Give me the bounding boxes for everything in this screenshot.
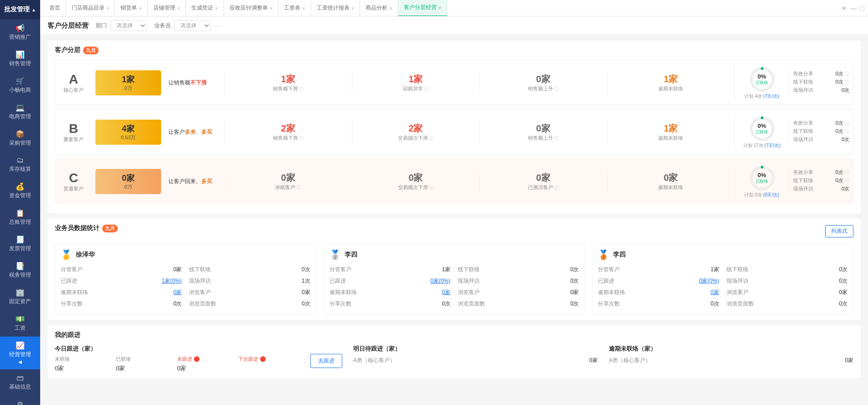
basic-icon: 🗃 (2, 374, 38, 382)
sidebar-item-tax[interactable]: 📑 税务管理 (0, 257, 40, 284)
biz-3-followed-val[interactable]: 0家(0%) (699, 277, 719, 285)
tab-more[interactable]: □ (861, 5, 864, 12)
tab-home[interactable]: 首页 (44, 0, 66, 16)
tier-b-stat-2[interactable]: 2家 交易频次下滑 ⓘ (352, 121, 480, 143)
info-icon-1[interactable]: ⓘ (299, 86, 303, 92)
salesperson-select[interactable]: 请选择 (174, 20, 211, 31)
sidebar-item-ledger[interactable]: 📋 总账管理 (0, 204, 40, 231)
tab-payroll-close[interactable]: × (302, 5, 305, 11)
tab-voucher[interactable]: 生成凭证 × (186, 0, 224, 16)
tab-ar-ap[interactable]: 应收应付调整单 × (224, 0, 278, 16)
tab-store-mgmt[interactable]: 店铺管理 × (148, 0, 186, 16)
tier-b-stat-1[interactable]: 2家 销售额下滑 ⓘ (224, 121, 352, 143)
sidebar-item-operations[interactable]: 📈 经营管理 ◀ (0, 337, 40, 369)
dept-select[interactable]: 请选择 (110, 20, 147, 31)
tier-a-right-1-label: 有效分享 (793, 70, 813, 77)
tab-sales-order[interactable]: 销货单 × (115, 0, 147, 16)
biz-3-overdue-val[interactable]: 0家 (711, 289, 719, 296)
info-icon-b1[interactable]: ⓘ (299, 135, 303, 142)
tier-a-plan-link[interactable]: (7天/次) (763, 94, 779, 99)
tier-a-stats: 1家 销售额下滑 ⓘ 1家 回购异常 ⓘ 0家 销售额上升 ⓘ 1家 逾期未联络 (224, 71, 734, 94)
biz-1-followed-val[interactable]: 1家(0%) (162, 277, 182, 285)
goto-followup-btn[interactable]: 去跟进 (310, 354, 342, 368)
tab-ar-ap-close[interactable]: × (270, 5, 272, 11)
tier-b-right-1-label: 有效分享 (793, 120, 813, 126)
sidebar-label-finance: 资金管理 (2, 192, 38, 200)
biz-2-followed-label: 已跟进 (329, 277, 346, 285)
tab-minimize[interactable]: — (851, 5, 857, 12)
sidebar-item-system[interactable]: ⚙ 系统管理 (0, 395, 40, 405)
biz-2-overdue-val[interactable]: 0家 (442, 289, 450, 296)
tier-a-bar[interactable]: 1家 0万 (95, 70, 161, 95)
tab-sales-order-close[interactable]: × (139, 5, 141, 11)
sidebar-item-purchase[interactable]: 📦 采购管理 (0, 125, 40, 152)
info-icon-c2[interactable]: ⓘ (429, 184, 434, 191)
biz-2-stat-followed: 已跟进 0家(0%) (329, 276, 450, 286)
tab-store-products-close[interactable]: × (106, 5, 109, 11)
tier-c-bar[interactable]: 0家 0万 (95, 169, 161, 194)
tier-a-contact[interactable]: 1家 逾期未联络 (607, 71, 735, 94)
tier-b-right-stats: 有效分享 0次 ⓘ 线下联络 0次 ⓘ 现场拜访 0次 (789, 118, 853, 146)
tab-customer-tier-close[interactable]: × (439, 5, 441, 11)
biz-2-followed-val[interactable]: 0家(0%) (430, 277, 450, 285)
info-icon-c1[interactable]: ⓘ (296, 184, 301, 191)
tier-b-right-1-val: 0次 ⓘ (836, 120, 849, 126)
sidebar-item-salary[interactable]: 💵 工资 (0, 310, 40, 337)
sidebar-item-ecommerce[interactable]: 🛒 小畅电商 (0, 72, 40, 99)
biz-3-share-label: 分享次数 (598, 300, 620, 308)
tier-b-highlight-1: 多来 (185, 129, 196, 135)
tier-a-stat-2[interactable]: 1家 回购异常 ⓘ (352, 71, 480, 94)
tab-payroll-report-close[interactable]: × (351, 5, 354, 11)
tier-c-stat-1[interactable]: 0家 休眠客户 ⓘ (224, 170, 352, 193)
info-icon-c3[interactable]: ⓘ (554, 184, 559, 191)
sidebar-item-finance[interactable]: 💰 资金管理 (0, 178, 40, 204)
info-icon-2[interactable]: ⓘ (424, 86, 429, 92)
biz-title-text: 业务员数据统计 (55, 224, 99, 232)
tab-payroll-report[interactable]: 工资统计报表 × (311, 0, 360, 16)
tab-close-all[interactable]: ✕ (842, 5, 847, 12)
info-icon-b3[interactable]: ⓘ (554, 135, 559, 142)
tab-product-analysis-label: 商品分析 (366, 4, 387, 12)
tier-c-contact[interactable]: 0家 逾期未联络 (607, 170, 735, 193)
sidebar-item-invoice[interactable]: 🧾 发票管理 (0, 231, 40, 257)
tab-product-analysis-close[interactable]: × (389, 5, 392, 11)
filter-more-dots[interactable]: ··· (214, 22, 220, 29)
sidebar-item-basic[interactable]: 🗃 基础信息 (0, 369, 40, 395)
sidebar-label-marketing: 营销推广 (2, 33, 38, 41)
tier-c-stat-3[interactable]: 0家 已激活客户 ⓘ (479, 170, 607, 193)
sidebar-item-marketing[interactable]: 📢 营销推广 (0, 19, 40, 46)
sidebar-item-inventory[interactable]: 🗂 库存核算 (0, 152, 40, 178)
dept-filter: 部门 请选择 (96, 20, 147, 31)
tier-c-right-1-val: 0次 ⓘ (836, 169, 849, 176)
tier-a-stat-1[interactable]: 1家 销售额下滑 ⓘ (224, 71, 352, 94)
tier-c-plan-link[interactable]: (0天/次) (763, 192, 779, 197)
tier-b-contact[interactable]: 1家 逾期未联络 (607, 121, 735, 143)
tier-a-stat-3[interactable]: 0家 销售额上升 ⓘ (479, 71, 607, 94)
tier-a-right-2-label: 线下联络 (793, 79, 813, 85)
info-icon-b2[interactable]: ⓘ (429, 135, 434, 142)
list-view-btn[interactable]: 列表式 (825, 225, 853, 237)
sidebar-item-sales[interactable]: 📊 销售管理 (0, 46, 40, 72)
tab-customer-tier[interactable]: 客户分层经营 × (398, 0, 447, 16)
tier-b-bar[interactable]: 4家 0.53万 (95, 120, 161, 145)
sidebar-item-assets[interactable]: 🏢 固定资产 (0, 284, 40, 310)
tab-product-analysis[interactable]: 商品分析 × (360, 0, 398, 16)
tab-store-products[interactable]: 门店商品目录 × (66, 0, 115, 16)
tab-store-mgmt-close[interactable]: × (177, 5, 180, 11)
tier-a-right-2-val: 0次 ⓘ (836, 79, 849, 85)
tab-voucher-close[interactable]: × (215, 5, 218, 11)
tier-c-right-3-label: 现场拜访 (793, 185, 813, 192)
system-icon: ⚙ (2, 400, 38, 405)
overdue-col: 逾期未联络（家） A类（核心客户） 0家 (609, 345, 853, 365)
tab-payroll[interactable]: 工资表 × (278, 0, 311, 16)
sidebar-collapse-icon[interactable]: ▲ (31, 7, 36, 12)
info-icon-3[interactable]: ⓘ (554, 86, 559, 92)
sidebar-label-salary: 工资 (2, 324, 38, 332)
tier-b-stat-3[interactable]: 0家 销售额上升 ⓘ (479, 121, 607, 143)
sidebar-item-ecom-mgmt[interactable]: 💻 电商管理 (0, 99, 40, 125)
tier-c-stat-2[interactable]: 0家 交易频次下滑 ⓘ (352, 170, 480, 193)
biz-1-overdue-val[interactable]: 0家 (173, 289, 182, 296)
tier-b-plan-link[interactable]: (7天/次) (764, 143, 780, 148)
tier-c-circle: 0% 已联络 计划 0次 (0天/次) (734, 163, 789, 200)
biz-2-managed-label: 分管客户 (329, 266, 351, 274)
